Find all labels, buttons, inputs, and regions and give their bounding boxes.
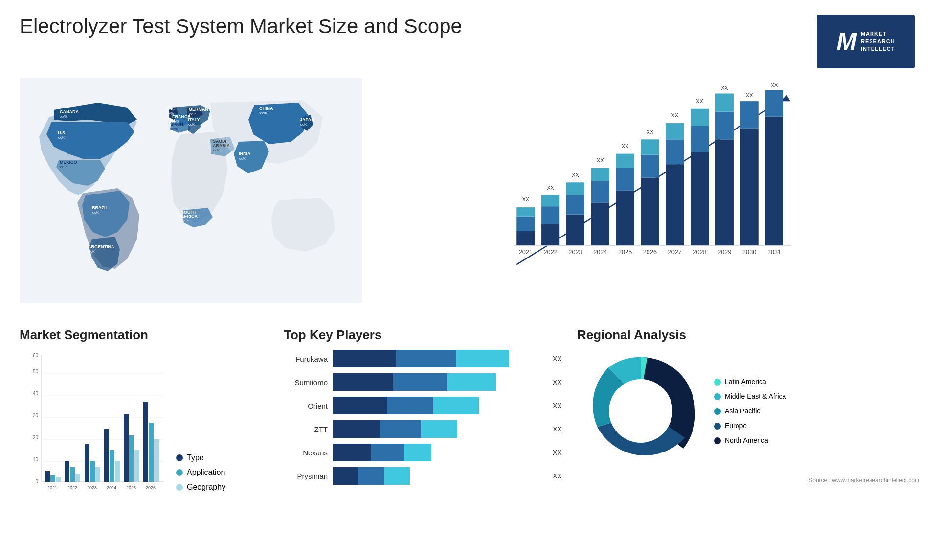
header: Electrolyzer Test System Market Size and…	[0, 0, 939, 78]
svg-rect-68	[715, 112, 734, 140]
asia-pacific-label: Asia Pacific	[725, 407, 760, 415]
svg-rect-45	[566, 182, 584, 195]
svg-text:XX: XX	[721, 85, 728, 91]
players-title: Top Key Players	[284, 327, 567, 343]
players-section: Top Key Players Furukawa XX	[284, 327, 567, 533]
geography-dot	[176, 484, 183, 491]
svg-text:SPAIN: SPAIN	[170, 122, 183, 127]
svg-text:ARGENTINA: ARGENTINA	[88, 244, 114, 249]
regional-section: Regional Analysis	[577, 327, 919, 533]
svg-rect-108	[70, 467, 75, 482]
seg-chart-wrapper: 0 10 20 30 40 50 60	[20, 350, 274, 506]
svg-rect-37	[516, 207, 535, 217]
svg-text:2023: 2023	[568, 249, 582, 256]
reg-legend-middle-east: Middle East & Africa	[714, 392, 786, 400]
donut-chart	[577, 347, 704, 474]
svg-text:MEXICO: MEXICO	[60, 160, 77, 165]
regional-title: Regional Analysis	[577, 327, 919, 343]
svg-text:xx%: xx%	[92, 210, 99, 215]
svg-text:XX: XX	[647, 129, 653, 135]
logo-box: M MARKETRESEARCHINTELLECT	[817, 15, 915, 68]
bottom-section: Market Segmentation 0 10 20 30 40 50 60	[20, 327, 919, 533]
svg-text:XX: XX	[597, 157, 604, 163]
svg-rect-64	[691, 126, 709, 152]
svg-text:xx%: xx%	[188, 122, 195, 127]
page-title: Electrolyzer Test System Market Size and…	[20, 15, 462, 38]
svg-text:XX: XX	[522, 196, 529, 202]
svg-rect-125	[154, 439, 159, 482]
svg-text:U.S.: U.S.	[58, 130, 67, 135]
player-bar-ztt	[333, 420, 548, 438]
player-bar-orient	[333, 397, 548, 414]
svg-text:U.K.: U.K.	[166, 107, 175, 111]
svg-text:xx%: xx%	[239, 156, 246, 161]
svg-text:xx%: xx%	[181, 219, 188, 223]
svg-rect-47	[591, 202, 609, 245]
reg-legend-europe: Europe	[714, 422, 786, 430]
svg-text:20: 20	[33, 435, 39, 440]
legend-application: Application	[176, 468, 225, 477]
svg-text:INDIA: INDIA	[239, 151, 251, 156]
svg-text:2021: 2021	[47, 485, 57, 490]
player-xx: XX	[553, 402, 567, 409]
svg-rect-124	[149, 423, 154, 482]
svg-rect-57	[641, 139, 659, 154]
svg-text:XX: XX	[771, 83, 778, 88]
europe-dot	[714, 423, 721, 430]
player-xx: XX	[553, 472, 567, 480]
logo-text: MARKETRESEARCHINTELLECT	[861, 30, 895, 53]
main-content: CANADA xx% U.S. xx% MEXICO xx% BRAZIL xx…	[0, 78, 939, 542]
svg-text:xx%: xx%	[170, 127, 178, 131]
player-name: Sumitomo	[284, 378, 328, 387]
svg-rect-69	[715, 94, 734, 112]
player-name: Orient	[284, 402, 328, 410]
svg-rect-121	[134, 450, 139, 482]
type-dot	[176, 454, 183, 461]
svg-rect-104	[50, 475, 55, 482]
svg-rect-61	[666, 123, 684, 139]
player-row-furukawa: Furukawa XX	[284, 350, 567, 367]
svg-text:30: 30	[33, 413, 39, 418]
svg-text:2026: 2026	[643, 249, 657, 256]
svg-rect-59	[666, 164, 684, 245]
bar-chart-container: XX XX XX XX XX	[377, 78, 919, 313]
svg-text:2021: 2021	[519, 249, 533, 256]
latin-america-dot	[714, 379, 721, 386]
player-name: ZTT	[284, 425, 328, 433]
asia-pacific-dot	[714, 408, 721, 415]
svg-text:BRAZIL: BRAZIL	[92, 205, 108, 210]
svg-text:CANADA: CANADA	[60, 109, 79, 114]
svg-text:2026: 2026	[146, 485, 156, 490]
donut-svg	[577, 347, 704, 474]
svg-text:XX: XX	[572, 172, 579, 178]
player-xx: XX	[553, 378, 567, 386]
application-dot	[176, 469, 183, 476]
svg-rect-55	[641, 178, 659, 246]
svg-text:10: 10	[33, 457, 39, 462]
svg-rect-65	[691, 109, 709, 126]
source-text: Source : www.marketresearchintellect.com	[577, 477, 919, 484]
svg-text:2025: 2025	[618, 249, 632, 256]
player-bar-prysmian	[333, 467, 548, 485]
svg-rect-36	[516, 217, 535, 231]
svg-rect-60	[666, 139, 684, 164]
svg-rect-41	[541, 195, 559, 206]
svg-text:xx%: xx%	[60, 114, 67, 119]
svg-rect-117	[115, 461, 120, 482]
svg-rect-49	[591, 168, 609, 181]
regional-content: Latin America Middle East & Africa Asia …	[577, 347, 919, 474]
svg-text:xx%: xx%	[213, 148, 220, 152]
svg-text:CHINA: CHINA	[259, 106, 273, 111]
svg-text:xx%: xx%	[189, 112, 196, 116]
svg-text:2024: 2024	[107, 485, 116, 490]
svg-rect-52	[616, 168, 634, 191]
player-bar-furukawa	[333, 350, 548, 367]
svg-text:ARABIA: ARABIA	[213, 143, 230, 148]
reg-legend-asia-pacific: Asia Pacific	[714, 407, 786, 415]
world-map-svg: CANADA xx% U.S. xx% MEXICO xx% BRAZIL xx…	[20, 78, 362, 303]
svg-rect-43	[566, 215, 584, 246]
middle-east-dot	[714, 393, 721, 400]
svg-text:xx%: xx%	[88, 249, 95, 254]
svg-text:40: 40	[33, 391, 39, 396]
legend-type: Type	[176, 453, 225, 462]
